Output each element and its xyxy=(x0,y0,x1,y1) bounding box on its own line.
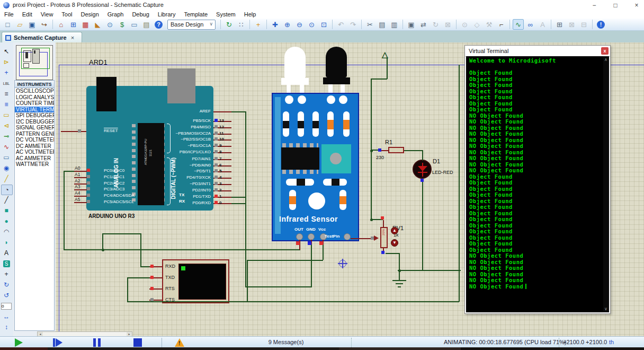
d1-led[interactable] xyxy=(413,160,432,179)
block-move-icon[interactable]: ⇄ xyxy=(418,19,429,30)
pan-icon[interactable]: ✚ xyxy=(270,19,281,30)
design-notes-icon[interactable]: ▤ xyxy=(141,19,152,30)
menu-edit[interactable]: Edit xyxy=(18,11,37,19)
terminals-mode-icon[interactable]: ⊲ xyxy=(1,121,12,130)
rotate-clockwise-icon[interactable]: ↻ xyxy=(1,280,12,290)
instrument-spi-debugger[interactable]: SPI DEBUGGER xyxy=(15,112,54,119)
virtual-instruments-mode-icon[interactable]: ◔ xyxy=(1,185,13,195)
device-pins-mode-icon[interactable]: ⊸ xyxy=(1,132,12,141)
virtual-terminal-window[interactable]: Virtual Terminal x Welcome to Microdigis… xyxy=(464,45,611,314)
rotation-angle-input[interactable] xyxy=(1,303,12,310)
angle-input[interactable] xyxy=(1,301,12,311)
graph-mode-icon[interactable]: ∿ xyxy=(1,142,12,152)
instrument-wattmeter[interactable]: WATTMETER xyxy=(15,161,54,168)
tab-close-icon[interactable]: × xyxy=(71,34,74,41)
instrument-dc-voltmeter[interactable]: DC VOLTMETER xyxy=(15,137,54,143)
instrument-pattern-generator[interactable]: PATTERN GENERATOR xyxy=(15,131,54,137)
instrument-virtual-terminal[interactable]: VIRTUAL TERMINAL xyxy=(15,107,54,113)
refresh-display-icon[interactable]: ↻ xyxy=(223,19,235,30)
decompose-icon[interactable]: ⌐ xyxy=(496,19,507,30)
paste-icon[interactable]: ▥ xyxy=(389,19,400,30)
2d-line-mode-icon[interactable]: ╱ xyxy=(1,195,12,205)
save-project-icon[interactable]: ▣ xyxy=(26,19,38,30)
schematic-capture-icon[interactable]: ⊞ xyxy=(68,19,79,30)
instrument-dc-ammeter[interactable]: DC AMMETER xyxy=(15,143,54,150)
message-count[interactable]: 9 Message(s) xyxy=(222,339,350,345)
copy-icon[interactable]: ▤ xyxy=(377,19,388,30)
toggle-grid-icon[interactable]: ∷ xyxy=(236,19,247,30)
2d-marker-mode-icon[interactable]: + xyxy=(1,269,12,279)
zoom-all-icon[interactable]: ⊙ xyxy=(306,19,317,30)
cut-icon[interactable]: ✂ xyxy=(364,19,375,30)
new-project-icon[interactable]: □ xyxy=(2,19,13,30)
new-sheet-icon[interactable]: ⊞ xyxy=(554,19,565,30)
2d-symbol-mode-icon[interactable]: S xyxy=(1,259,12,268)
rotate-anticlockwise-icon[interactable]: ↺ xyxy=(1,291,12,300)
menu-view[interactable]: View xyxy=(37,11,58,19)
design-explorer-icon[interactable]: ⊙ xyxy=(104,19,115,30)
tab-schematic-capture[interactable]: Schematic Capture × xyxy=(2,32,82,43)
vsm-studio-icon[interactable]: ▭ xyxy=(129,19,140,30)
menu-debug[interactable]: Debug xyxy=(128,11,153,19)
voltage-probe-mode-icon[interactable]: ╱ xyxy=(1,174,12,183)
instrument-logic-analyser[interactable]: LOGIC ANALYSER xyxy=(15,94,54,101)
component-mode-icon[interactable]: ⊳ xyxy=(1,57,12,67)
generator-mode-icon[interactable]: ◉ xyxy=(1,163,12,173)
maximize-button[interactable]: □ xyxy=(604,0,627,11)
menu-tool[interactable]: Tool xyxy=(57,11,76,19)
flip-horizontal-icon[interactable]: ↔ xyxy=(1,312,12,321)
terminal-scrollbar[interactable]: ∧ ∨ xyxy=(603,56,609,312)
2d-arc-mode-icon[interactable]: ◠ xyxy=(1,227,12,237)
stop-button[interactable] xyxy=(133,338,142,347)
subcircuit-mode-icon[interactable]: ▭ xyxy=(1,110,12,120)
junction-dot-mode-icon[interactable]: + xyxy=(1,68,12,77)
block-copy-icon[interactable]: ▣ xyxy=(406,19,417,30)
scroll-down-icon[interactable]: ∨ xyxy=(604,307,607,311)
zoom-in-icon[interactable]: ⊕ xyxy=(282,19,293,30)
bill-of-materials-icon[interactable]: $ xyxy=(117,19,128,30)
instrument-counter-timer[interactable]: COUNTER TIMER xyxy=(15,100,54,107)
menu-design[interactable]: Design xyxy=(77,11,103,19)
origin-icon[interactable]: + xyxy=(253,19,264,30)
flip-vertical-icon[interactable]: ↕ xyxy=(1,322,12,332)
electrical-rule-check-icon[interactable]: ! xyxy=(597,21,605,29)
2d-box-mode-icon[interactable]: ■ xyxy=(1,206,12,215)
instrument-signal-generator[interactable]: SIGNAL GENERATOR xyxy=(15,125,54,131)
rv1-increase-button[interactable]: ▲ xyxy=(391,227,398,234)
r1-resistor[interactable] xyxy=(388,147,404,153)
zoom-out-icon[interactable]: ⊖ xyxy=(294,19,305,30)
terminal-title-bar[interactable]: Virtual Terminal x xyxy=(465,46,610,57)
scroll-up-icon[interactable]: ∧ xyxy=(604,57,607,62)
menu-system[interactable]: System xyxy=(212,11,240,19)
menu-help[interactable]: Help xyxy=(240,11,261,19)
instrument-oscilloscope[interactable]: OSCILLOSCOPE xyxy=(15,88,54,94)
terminal-close-button[interactable]: x xyxy=(601,47,609,55)
instrument-ac-ammeter[interactable]: AC AMMETER xyxy=(15,155,54,162)
import-project-icon[interactable]: ↪ xyxy=(39,19,50,30)
open-project-icon[interactable]: ▱ xyxy=(14,19,25,30)
2d-circle-mode-icon[interactable]: ● xyxy=(1,216,12,226)
pause-button-bar2[interactable] xyxy=(98,338,101,347)
wire-autorouter-icon[interactable]: ∿ xyxy=(513,19,524,30)
menu-library[interactable]: Library xyxy=(154,11,180,19)
base-design-dropdown[interactable]: Base Design∨ xyxy=(167,20,216,30)
minimize-button[interactable]: − xyxy=(583,0,606,11)
overview-thumbnail[interactable] xyxy=(16,45,53,80)
home-page-icon[interactable]: ⌂ xyxy=(56,19,67,30)
tape-recorder-mode-icon[interactable]: ▭ xyxy=(1,153,12,162)
menu-graph[interactable]: Graph xyxy=(103,11,128,19)
selection-mode-icon[interactable]: ↖ xyxy=(1,47,12,56)
pause-button[interactable] xyxy=(93,338,96,347)
play-button[interactable] xyxy=(15,338,23,347)
menu-template[interactable]: Template xyxy=(180,11,212,19)
zoom-area-icon[interactable]: ⊡ xyxy=(318,19,329,30)
rv1-decrease-button[interactable]: ▼ xyxy=(391,239,398,247)
2d-text-mode-icon[interactable]: A xyxy=(1,248,12,258)
text-script-mode-icon[interactable]: ≡ xyxy=(1,89,12,99)
2d-path-mode-icon[interactable]: ◗ xyxy=(1,238,12,247)
3d-visualizer-icon[interactable]: ◣ xyxy=(92,19,103,30)
close-button[interactable]: × xyxy=(625,0,644,11)
instrument-ac-voltmeter[interactable]: AC VOLTMETER xyxy=(15,149,54,155)
wire-label-mode-icon[interactable]: LBL xyxy=(1,78,12,88)
buses-mode-icon[interactable]: ≡ xyxy=(1,100,12,109)
